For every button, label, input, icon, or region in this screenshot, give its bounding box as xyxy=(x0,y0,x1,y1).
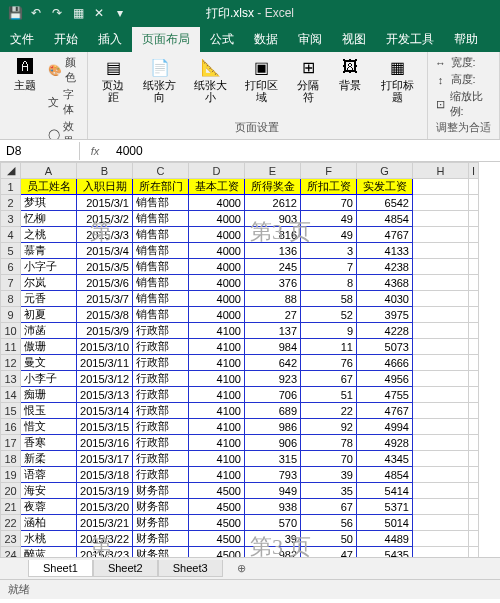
cell[interactable]: 行政部 xyxy=(133,419,189,435)
cell[interactable]: 4100 xyxy=(189,355,245,371)
titles-button[interactable]: ▦打印标题 xyxy=(373,54,420,106)
cell[interactable]: 4100 xyxy=(189,435,245,451)
col-header[interactable]: G xyxy=(357,163,413,179)
cell[interactable]: 基本工资 xyxy=(189,179,245,195)
cell[interactable]: 4500 xyxy=(189,483,245,499)
col-header[interactable]: D xyxy=(189,163,245,179)
cell[interactable]: 793 xyxy=(245,467,301,483)
cell[interactable]: 入职日期 xyxy=(77,179,133,195)
cell[interactable]: 所在部门 xyxy=(133,179,189,195)
cell[interactable]: 4994 xyxy=(357,419,413,435)
cell[interactable]: 行政部 xyxy=(133,403,189,419)
cell[interactable]: 4238 xyxy=(357,259,413,275)
cell[interactable]: 2015/3/5 xyxy=(77,259,133,275)
row-header[interactable]: 22 xyxy=(1,515,21,531)
tab-formulas[interactable]: 公式 xyxy=(200,27,244,52)
cell[interactable]: 67 xyxy=(301,371,357,387)
cell[interactable]: 50 xyxy=(301,531,357,547)
cell[interactable]: 2015/3/4 xyxy=(77,243,133,259)
cell[interactable]: 706 xyxy=(245,387,301,403)
cell[interactable]: 2015/3/17 xyxy=(77,451,133,467)
cell[interactable]: 923 xyxy=(245,371,301,387)
cell[interactable]: 忆柳 xyxy=(21,211,77,227)
cell[interactable]: 2015/3/1 xyxy=(77,195,133,211)
cell[interactable]: 9 xyxy=(301,323,357,339)
cell[interactable]: 4000 xyxy=(189,259,245,275)
row-header[interactable]: 7 xyxy=(1,275,21,291)
cell[interactable]: 376 xyxy=(245,275,301,291)
cell[interactable]: 4956 xyxy=(357,371,413,387)
fx-icon[interactable]: fx xyxy=(80,145,110,157)
cell[interactable]: 76 xyxy=(301,355,357,371)
row-header[interactable]: 13 xyxy=(1,371,21,387)
theme-colors[interactable]: 🎨颜色 xyxy=(48,54,81,86)
row-header[interactable]: 17 xyxy=(1,435,21,451)
cell[interactable]: 初夏 xyxy=(21,307,77,323)
cell[interactable]: 小李子 xyxy=(21,371,77,387)
cell[interactable]: 实发工资 xyxy=(357,179,413,195)
cell[interactable]: 销售部 xyxy=(133,211,189,227)
cell[interactable]: 4500 xyxy=(189,531,245,547)
cell[interactable]: 35 xyxy=(301,483,357,499)
cell[interactable]: 4854 xyxy=(357,467,413,483)
cell[interactable]: 906 xyxy=(245,435,301,451)
cell[interactable]: 2015/3/9 xyxy=(77,323,133,339)
theme-effects[interactable]: ◯效果 xyxy=(48,118,81,140)
cell[interactable]: 2015/3/12 xyxy=(77,371,133,387)
cell[interactable]: 2015/3/18 xyxy=(77,467,133,483)
cell[interactable]: 4100 xyxy=(189,339,245,355)
grid[interactable]: ◢ A B C D E F G H I 1 员工姓名 入职日期 所在部门 基本工… xyxy=(0,162,479,557)
tab-file[interactable]: 文件 xyxy=(0,27,44,52)
cell[interactable]: 财务部 xyxy=(133,531,189,547)
cell[interactable]: 51 xyxy=(301,387,357,403)
cell[interactable]: 2015/3/14 xyxy=(77,403,133,419)
cell[interactable]: 销售部 xyxy=(133,227,189,243)
new-sheet-button[interactable]: ⊕ xyxy=(223,560,251,577)
cell[interactable]: 所扣工资 xyxy=(301,179,357,195)
scale-height[interactable]: ↕高度: xyxy=(434,71,493,88)
cell[interactable]: 4000 xyxy=(189,291,245,307)
tab-review[interactable]: 审阅 xyxy=(288,27,332,52)
cell[interactable]: 5073 xyxy=(357,339,413,355)
cell[interactable]: 行政部 xyxy=(133,435,189,451)
cell[interactable]: 56 xyxy=(301,515,357,531)
cell[interactable]: 982 xyxy=(245,547,301,558)
cell[interactable]: 4000 xyxy=(189,227,245,243)
cell[interactable]: 傲珊 xyxy=(21,339,77,355)
close-icon[interactable]: ✕ xyxy=(90,4,108,22)
cell[interactable]: 938 xyxy=(245,499,301,515)
row-header[interactable]: 16 xyxy=(1,419,21,435)
cell[interactable]: 903 xyxy=(245,211,301,227)
cell[interactable]: 7 xyxy=(301,259,357,275)
cell[interactable]: 4000 xyxy=(189,243,245,259)
col-header[interactable]: E xyxy=(245,163,301,179)
cell[interactable]: 之桃 xyxy=(21,227,77,243)
row-header[interactable]: 4 xyxy=(1,227,21,243)
row-header[interactable]: 6 xyxy=(1,259,21,275)
cell[interactable]: 员工姓名 xyxy=(21,179,77,195)
cell[interactable]: 816 xyxy=(245,227,301,243)
sheet-tab[interactable]: Sheet3 xyxy=(158,560,223,577)
cell[interactable]: 5371 xyxy=(357,499,413,515)
row-header[interactable]: 19 xyxy=(1,467,21,483)
cell[interactable]: 137 xyxy=(245,323,301,339)
cell[interactable]: 3 xyxy=(301,243,357,259)
cell[interactable]: 涵柏 xyxy=(21,515,77,531)
cell[interactable]: 4928 xyxy=(357,435,413,451)
cell[interactable]: 4500 xyxy=(189,547,245,558)
cell[interactable]: 642 xyxy=(245,355,301,371)
cell[interactable]: 4000 xyxy=(189,307,245,323)
col-header[interactable]: B xyxy=(77,163,133,179)
cell[interactable]: 销售部 xyxy=(133,195,189,211)
cell[interactable]: 986 xyxy=(245,419,301,435)
tab-dev[interactable]: 开发工具 xyxy=(376,27,444,52)
cell[interactable]: 4755 xyxy=(357,387,413,403)
tab-data[interactable]: 数据 xyxy=(244,27,288,52)
cell[interactable]: 11 xyxy=(301,339,357,355)
tab-home[interactable]: 开始 xyxy=(44,27,88,52)
row-header[interactable]: 5 xyxy=(1,243,21,259)
cell[interactable]: 2015/3/21 xyxy=(77,515,133,531)
cell[interactable]: 行政部 xyxy=(133,323,189,339)
orientation-button[interactable]: 📄纸张方向 xyxy=(136,54,183,106)
cell[interactable]: 4228 xyxy=(357,323,413,339)
